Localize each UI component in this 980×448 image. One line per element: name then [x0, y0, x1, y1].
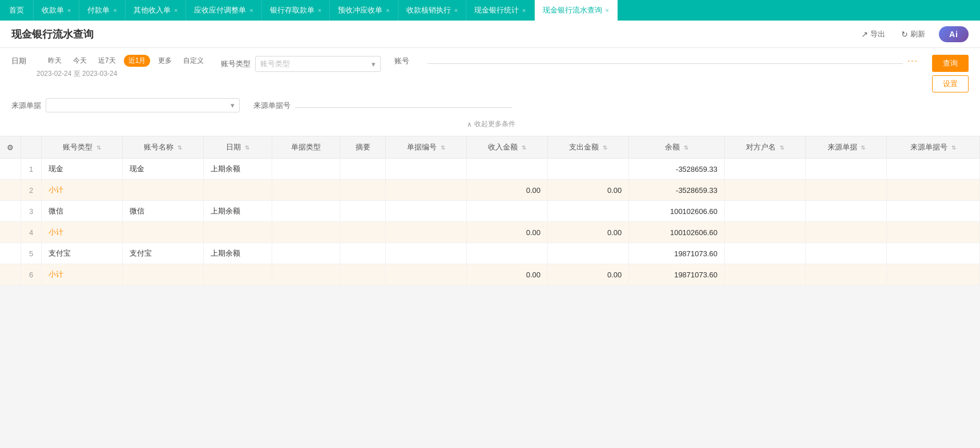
td-summary	[340, 159, 385, 180]
th-counterpart[interactable]: 对方户名 ⇅	[725, 136, 806, 159]
td-income: 0.00	[466, 222, 547, 243]
nav-tab-0[interactable]: 收款单 ×	[34, 0, 79, 21]
td-income	[466, 159, 547, 180]
chevron-up-icon: ∧	[467, 120, 472, 128]
close-icon[interactable]: ×	[67, 7, 71, 14]
header-actions: ↗ 导出 ↻ 刷新	[857, 27, 930, 42]
th-summary[interactable]: 摘要	[340, 136, 385, 159]
td-expense	[548, 243, 629, 264]
td-index: 2	[21, 180, 42, 201]
close-icon[interactable]: ×	[606, 7, 609, 14]
date-btn-today[interactable]: 今天	[70, 55, 90, 67]
close-icon[interactable]: ×	[318, 7, 321, 14]
query-button[interactable]: 查询	[932, 55, 969, 72]
table-row: 4小计0.000.00100102606.60	[0, 222, 980, 243]
nav-tab-1[interactable]: 付款单 ×	[79, 0, 125, 21]
export-icon: ↗	[861, 30, 868, 39]
td-index: 5	[21, 243, 42, 264]
th-account-type[interactable]: 账号类型 ⇅	[42, 136, 123, 159]
td-counterpart	[725, 201, 806, 222]
td-doc-type	[272, 201, 340, 222]
td-account-type: 小计	[42, 264, 123, 285]
td-summary	[340, 264, 385, 285]
td-source-doc	[806, 243, 887, 264]
td-expense	[548, 159, 629, 180]
table-row: 5支付宝支付宝上期余额19871073.60	[0, 243, 980, 264]
nav-tab-8[interactable]: 现金银行流水查询 ×	[535, 0, 618, 21]
ai-badge[interactable]: Ai	[939, 26, 969, 42]
th-doc-no[interactable]: 单据编号 ⇅	[385, 136, 466, 159]
td-expense: 0.00	[548, 222, 629, 243]
close-icon[interactable]: ×	[522, 7, 526, 14]
settings-button[interactable]: 设置	[932, 75, 969, 92]
date-btn-custom[interactable]: 自定义	[180, 55, 207, 67]
td-date: 上期余额	[204, 243, 272, 264]
nav-tab-3[interactable]: 应收应付调整单 ×	[186, 0, 261, 21]
td-date	[204, 264, 272, 285]
close-icon[interactable]: ×	[174, 7, 178, 14]
td-source-doc	[806, 264, 887, 285]
account-type-label: 账号类型	[221, 59, 251, 69]
td-source-doc-no	[887, 180, 980, 201]
export-button[interactable]: ↗ 导出	[857, 27, 890, 42]
date-range: 2023-02-24 至 2023-03-24	[37, 70, 117, 78]
nav-tab-2[interactable]: 其他收入单 ×	[126, 0, 186, 21]
td-account-name: 现金	[123, 159, 204, 180]
th-source-doc-no[interactable]: 来源单据号 ⇅	[887, 136, 980, 159]
close-icon[interactable]: ×	[113, 7, 116, 14]
th-income[interactable]: 收入金额 ⇅	[466, 136, 547, 159]
td-expense: 0.00	[548, 180, 629, 201]
dropdown-icon: ▾	[372, 60, 376, 68]
close-icon[interactable]: ×	[249, 7, 253, 14]
th-source-doc[interactable]: 来源单据 ⇅	[806, 136, 887, 159]
date-btn-1month[interactable]: 近1月	[124, 55, 151, 67]
th-doc-type[interactable]: 单据类型	[272, 136, 340, 159]
td-summary	[340, 201, 385, 222]
nav-tab-7[interactable]: 现金银行统计 ×	[466, 0, 534, 21]
refresh-button[interactable]: ↻ 刷新	[897, 27, 930, 42]
th-date[interactable]: 日期 ⇅	[204, 136, 272, 159]
source-doc-select[interactable]: ▾	[46, 98, 240, 112]
td-expense	[548, 201, 629, 222]
td-source-doc	[806, 180, 887, 201]
filter-area: 日期 昨天 今天 近7天 近1月 更多 自定义 2023-02-24 至 202…	[0, 48, 980, 136]
td-index: 3	[21, 201, 42, 222]
td-doc-no	[385, 180, 466, 201]
td-index: 1	[21, 159, 42, 180]
date-btn-yesterday[interactable]: 昨天	[45, 55, 65, 67]
td-index: 4	[21, 222, 42, 243]
th-settings[interactable]: ⚙	[0, 136, 21, 159]
refresh-icon: ↻	[901, 30, 908, 39]
th-account-name[interactable]: 账号名称 ⇅	[123, 136, 204, 159]
td-account-name	[123, 264, 204, 285]
td-account-type: 小计	[42, 180, 123, 201]
th-balance[interactable]: 余额 ⇅	[629, 136, 725, 159]
nav-tab-4[interactable]: 银行存取款单 ×	[262, 0, 330, 21]
td-balance: -3528659.33	[629, 180, 725, 201]
td-source-doc	[806, 222, 887, 243]
source-doc-label: 来源单据	[11, 100, 41, 111]
td-counterpart	[725, 180, 806, 201]
collapse-bar[interactable]: ∧ 收起更多条件	[11, 117, 969, 129]
td-counterpart	[725, 222, 806, 243]
td-income: 0.00	[466, 264, 547, 285]
td-doc-type	[272, 180, 340, 201]
nav-tab-5[interactable]: 预收冲应收单 ×	[330, 0, 398, 21]
td-gear	[0, 180, 21, 201]
nav-home[interactable]: 首页	[0, 0, 34, 21]
close-icon[interactable]: ×	[386, 7, 389, 14]
more-dots-button[interactable]: ···	[908, 56, 918, 66]
td-source-doc	[806, 201, 887, 222]
td-balance: 100102606.60	[629, 201, 725, 222]
nav-tab-6[interactable]: 收款核销执行 ×	[398, 0, 466, 21]
top-navigation: 首页 收款单 × 付款单 × 其他收入单 × 应收应付调整单 × 银行存取款单 …	[0, 0, 980, 21]
td-gear	[0, 159, 21, 180]
date-btn-7days[interactable]: 近7天	[95, 55, 119, 67]
account-type-select[interactable]: 账号类型 ▾	[255, 56, 381, 72]
date-btn-more[interactable]: 更多	[155, 55, 175, 67]
data-table: ⚙ 账号类型 ⇅ 账号名称 ⇅ 日期 ⇅ 单据类型 摘要 单据编号 ⇅ 收入金额…	[0, 136, 980, 285]
th-expense[interactable]: 支出金额 ⇅	[548, 136, 629, 159]
close-icon[interactable]: ×	[454, 7, 458, 14]
table-header-row: ⚙ 账号类型 ⇅ 账号名称 ⇅ 日期 ⇅ 单据类型 摘要 单据编号 ⇅ 收入金额…	[0, 136, 980, 159]
td-income	[466, 243, 547, 264]
